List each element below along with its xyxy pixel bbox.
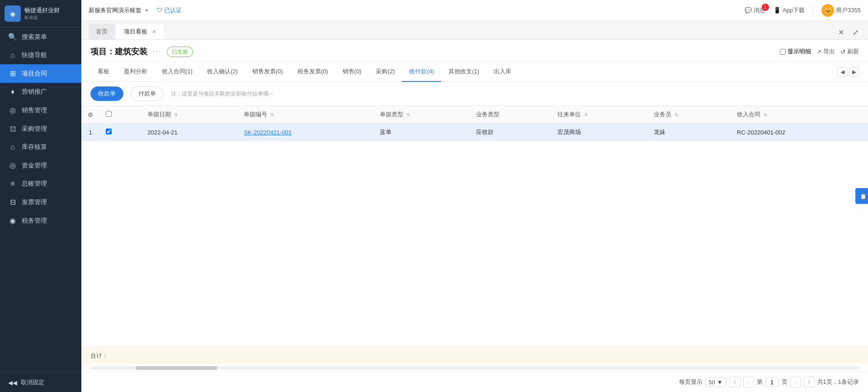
subtab-sales-invoice[interactable]: 销售发票(0) [245,62,290,82]
invoice-icon: ⊟ [8,198,17,206]
table-col-type[interactable]: 单据类型 ⇅ [373,106,470,124]
app-logo-icon: ◈ [5,5,21,22]
subtab-purchase[interactable]: 采购(2) [368,62,402,82]
row-salesperson: 龙妹 [647,124,731,141]
tab-close-icon[interactable]: ✕ [152,29,156,35]
scroll-thumb[interactable] [136,366,217,370]
first-page-button[interactable]: ⟪ [730,377,741,387]
workspace-dropdown-icon: ▼ [144,8,149,13]
export-icon: ↗ [816,48,821,55]
subtab-prev-button[interactable]: ◀ [837,67,847,77]
subtab-tax-invoice[interactable]: 税务发票(0) [290,62,335,82]
show-detail-toggle[interactable]: 显示明细 [780,48,811,56]
sidebar-item-project[interactable]: ⊞ 项目合同 [0,64,81,83]
inventory-icon: ⌂ [8,143,17,151]
sidebar-item-ledger[interactable]: ≡ 总账管理 [0,175,81,193]
float-right-button[interactable]: 📋 [855,188,868,204]
table-col-salesperson[interactable]: 业务员 ⇅ [647,106,731,124]
purchase-icon: ⊡ [8,124,17,133]
row-number-link[interactable]: SK-20220421-001 [237,124,373,141]
sales-icon: ◎ [8,106,17,115]
total-row: 合计： [81,347,868,364]
prev-page-button[interactable]: ‹ [743,377,754,387]
filter-note: 注：这里是与项目关联的全部收付款单哦～ [171,90,274,98]
refresh-icon: ↺ [840,48,845,55]
sidebar-item-invoice[interactable]: ⊟ 发票管理 [0,193,81,211]
shield-icon: 🛡 [156,7,162,14]
table-col-number[interactable]: 单据编号 ⇅ [237,106,373,124]
table-col-biz-type: 业务类型 [470,106,551,124]
subtab-inout[interactable]: 出入库 [486,62,519,82]
avatar: 🐱 [821,4,834,17]
last-page-button[interactable]: ⟫ [804,377,815,387]
tab-home[interactable]: 首页 [89,24,115,39]
tabbar: 首页 项目看板 ✕ ✕ ⤢ [81,21,868,40]
tab-close-window-button[interactable]: ✕ [835,27,846,38]
pin-icon: ◀◀ [8,379,17,386]
subtab-revenue-confirm[interactable]: 收入确认(2) [200,62,245,82]
subtab-payment[interactable]: 收付款(4) [402,62,441,82]
sidebar: ◈ 畅捷通好业财 标准版 🔍 搜索菜单 ⌂ 快捷导航 ⊞ 项目合同 ♦ 营销推广… [0,0,81,392]
sidebar-item-purchase[interactable]: ⊡ 采购管理 [0,120,81,138]
receipt-filter-button[interactable]: 收款单 [90,86,123,101]
tab-expand-button[interactable]: ⤢ [850,27,861,38]
sidebar-item-inventory[interactable]: ⌂ 库存核算 [0,138,81,156]
page-size-select-box[interactable]: 50 ▼ [705,378,726,387]
messages-button[interactable]: 💬 消息 1 [745,6,765,14]
subtab-next-button[interactable]: ▶ [849,67,859,77]
table-row[interactable]: 1 2022-04-21 SK-20220421-001 蓝单 应收款 宏茂商场… [81,124,868,141]
sidebar-item-search[interactable]: 🔍 搜索菜单 [0,28,81,46]
horizontal-scrollbar[interactable] [81,364,868,372]
message-badge: 1 [762,4,769,11]
sidebar-item-finance[interactable]: ◎ 资金管理 [0,156,81,175]
sort-number-icon: ⇅ [270,112,274,117]
page-content: 项目：建筑安装 ··· 已生效 显示明细 ↗ 导出 ↺ 刷新 [81,40,868,392]
row-contract: RC-20220401-002 [731,124,868,141]
table-section: 收款单 付款单 注：这里是与项目关联的全部收付款单哦～ ⚙ 单据日期 [81,82,868,392]
sidebar-item-sales[interactable]: ◎ 销售管理 [0,101,81,120]
next-page-button[interactable]: › [790,377,801,387]
project-header: 项目：建筑安装 ··· 已生效 显示明细 ↗ 导出 ↺ 刷新 [81,40,868,62]
sidebar-item-marketing[interactable]: ♦ 营销推广 [0,83,81,101]
sidebar-item-shortcut[interactable]: ⌂ 快捷导航 [0,46,81,64]
data-table: ⚙ 单据日期 ⇅ 单据编号 ⇅ [81,105,868,141]
subtab-board[interactable]: 看板 [90,62,117,82]
user-menu[interactable]: 🐱 用户3355 [821,4,861,17]
tab-project-board[interactable]: 项目看板 ✕ [117,24,164,39]
show-detail-checkbox[interactable] [780,49,786,55]
more-options-button[interactable]: ··· [153,48,161,56]
page-number-input[interactable] [765,378,779,387]
subtab-revenue-contract[interactable]: 收入合同(1) [155,62,200,82]
page-size-selector: 每页显示 50 ▼ [679,378,726,387]
payment-filter-button[interactable]: 付款单 [131,86,164,101]
select-all-checkbox[interactable] [106,111,112,117]
subtab-profit[interactable]: 盈利分析 [117,62,155,82]
subtabs: 看板 盈利分析 收入合同(1) 收入确认(2) 销售发票(0) 税务发票(0) … [81,62,868,82]
refresh-button[interactable]: ↺ 刷新 [840,48,859,56]
table-col-contract[interactable]: 收入合同 ⇅ [731,106,868,124]
tab-actions: ✕ ⤢ [835,27,861,39]
verified-badge: 🛡 已认证 [156,6,182,14]
row-checkbox[interactable] [99,124,141,141]
table-header: ⚙ 单据日期 ⇅ 单据编号 ⇅ [81,106,868,124]
sidebar-item-tax[interactable]: ◉ 税务管理 [0,211,81,230]
sidebar-unpin[interactable]: ◀◀ 取消固定 [0,373,81,392]
row-date: 2022-04-21 [141,124,237,141]
sort-date-icon: ⇅ [174,112,178,117]
subtab-other-income[interactable]: 其他收支(1) [441,62,486,82]
table-col-settings[interactable]: ⚙ [81,106,99,124]
sort-salesperson-icon: ⇅ [675,112,678,117]
pagination: 每页显示 50 ▼ ⟪ ‹ 第 页 › ⟫ 共1页，1条记录 [81,372,868,392]
scroll-track [90,366,859,370]
export-button[interactable]: ↗ 导出 [816,48,835,56]
message-icon: 💬 [745,7,752,14]
workspace-selector[interactable]: 新服务官网演示账套 ▼ [89,6,149,14]
table-col-date[interactable]: 单据日期 ⇅ [141,106,237,124]
app-download-button[interactable]: 📱 App下载 [774,6,805,14]
sidebar-logo: ◈ 畅捷通好业财 标准版 [0,0,81,28]
sort-contract-icon: ⇅ [764,112,767,117]
table-body: 1 2022-04-21 SK-20220421-001 蓝单 应收款 宏茂商场… [81,124,868,141]
subtab-sales[interactable]: 销售(0) [335,62,369,82]
table-col-partner[interactable]: 往来单位 ⇅ [551,106,647,124]
status-badge: 已生效 [167,47,193,57]
